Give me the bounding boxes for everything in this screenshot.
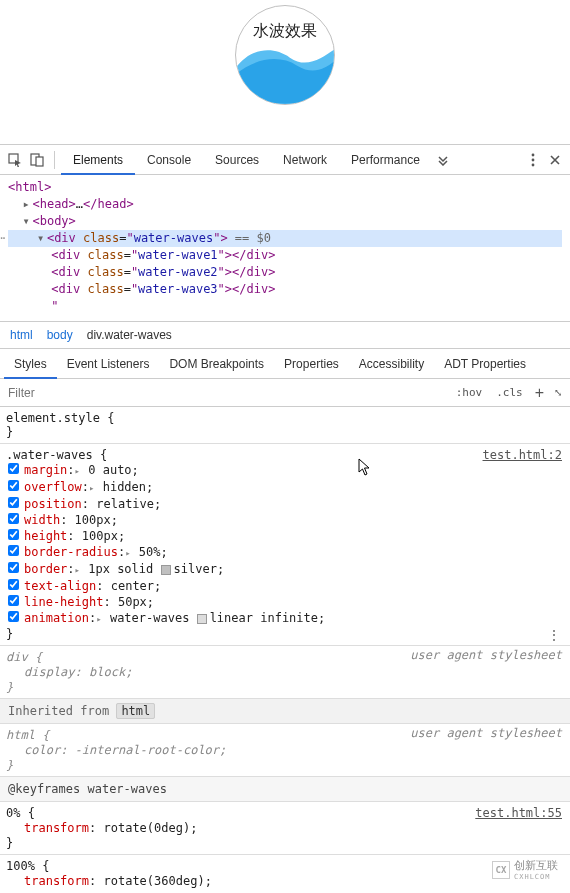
rule-element-style[interactable]: element.style { } — [0, 407, 570, 444]
close-devtools-icon[interactable] — [544, 149, 566, 171]
rule-keyframe-0[interactable]: test.html:55 0% { transform: rotate(0deg… — [0, 802, 570, 855]
easing-curve-icon[interactable] — [197, 614, 207, 624]
prop-toggle[interactable] — [8, 611, 19, 622]
source-link[interactable]: test.html:55 — [475, 806, 562, 820]
tab-console[interactable]: Console — [135, 145, 203, 175]
tab-properties[interactable]: Properties — [274, 349, 349, 379]
tab-event-listeners[interactable]: Event Listeners — [57, 349, 160, 379]
breadcrumb-body[interactable]: body — [47, 328, 73, 342]
tab-styles[interactable]: Styles — [4, 349, 57, 379]
inherited-header: Inherited from html — [0, 699, 570, 724]
breadcrumb-current[interactable]: div.water-waves — [87, 328, 172, 342]
separator — [54, 151, 55, 169]
tab-dom-breakpoints[interactable]: DOM Breakpoints — [159, 349, 274, 379]
cls-toggle[interactable]: .cls — [492, 386, 527, 399]
prop-toggle[interactable] — [8, 497, 19, 508]
prop-toggle[interactable] — [8, 513, 19, 524]
dom-tree[interactable]: <html> ▸<head>…</head> ▾<body> ⋯ ▾<div c… — [0, 175, 570, 322]
prop-toggle[interactable] — [8, 579, 19, 590]
svg-point-3 — [532, 153, 535, 156]
tab-sources[interactable]: Sources — [203, 145, 271, 175]
prop-toggle[interactable] — [8, 480, 19, 491]
devtools-tabbar: Elements Console Sources Network Perform… — [0, 145, 570, 175]
ua-stylesheet-label: user agent stylesheet — [410, 726, 562, 740]
watermark-logo-icon: CX — [492, 861, 510, 879]
styles-filter-input[interactable] — [6, 384, 446, 402]
rule-html-ua[interactable]: user agent stylesheet html { color: -int… — [0, 724, 570, 777]
source-link[interactable]: test.html:2 — [483, 448, 562, 462]
more-tabs-icon[interactable] — [432, 149, 454, 171]
rule-keyframe-100[interactable]: 100% { transform: rotate(360deg); — [0, 855, 570, 893]
keyframes-header: @keyframes water-waves — [0, 777, 570, 802]
inspect-icon[interactable] — [4, 149, 26, 171]
water-waves-label: 水波效果 — [253, 22, 317, 39]
rule-water-waves[interactable]: test.html:2 .water-waves { margin:▸ 0 au… — [0, 444, 570, 646]
wave-icon — [236, 40, 334, 104]
kebab-menu-icon[interactable] — [522, 149, 544, 171]
svg-rect-2 — [36, 157, 43, 166]
svg-point-4 — [532, 158, 535, 161]
inherited-kw[interactable]: html — [116, 703, 155, 719]
watermark-brand: 创新互联 — [514, 858, 558, 873]
svg-point-5 — [532, 163, 535, 166]
prop-toggle[interactable] — [8, 562, 19, 573]
breadcrumb: html body div.water-waves — [0, 322, 570, 349]
new-style-rule-button[interactable]: + — [533, 384, 546, 402]
styles-filter-row: :hov .cls + ⤡ — [0, 379, 570, 407]
watermark-sub: CXHLCOM — [514, 873, 558, 881]
styles-pane: element.style { } test.html:2 .water-wav… — [0, 407, 570, 893]
tab-accessibility[interactable]: Accessibility — [349, 349, 434, 379]
device-toggle-icon[interactable] — [26, 149, 48, 171]
expand-icon[interactable]: ⤡ — [552, 387, 564, 398]
prop-toggle[interactable] — [8, 595, 19, 606]
dom-selected-node[interactable]: ⋯ ▾<div class="water-waves"> == $0 — [8, 230, 562, 247]
styles-tabbar: Styles Event Listeners DOM Breakpoints P… — [0, 349, 570, 379]
tab-elements[interactable]: Elements — [61, 145, 135, 175]
hov-toggle[interactable]: :hov — [452, 386, 487, 399]
rule-menu-icon[interactable]: ⋮ — [547, 627, 562, 643]
watermark: CX 创新互联 CXHLCOM — [488, 856, 562, 883]
color-swatch-icon[interactable] — [161, 565, 171, 575]
page-preview: 水波效果 — [0, 0, 570, 145]
tab-network[interactable]: Network — [271, 145, 339, 175]
ua-stylesheet-label: user agent stylesheet — [410, 648, 562, 662]
tab-performance[interactable]: Performance — [339, 145, 432, 175]
water-waves-demo: 水波效果 — [235, 5, 335, 105]
prop-toggle[interactable] — [8, 545, 19, 556]
breadcrumb-html[interactable]: html — [10, 328, 33, 342]
tab-adt-properties[interactable]: ADT Properties — [434, 349, 536, 379]
rule-div-ua[interactable]: user agent stylesheet div { display: blo… — [0, 646, 570, 699]
prop-toggle[interactable] — [8, 529, 19, 540]
prop-toggle[interactable] — [8, 463, 19, 474]
